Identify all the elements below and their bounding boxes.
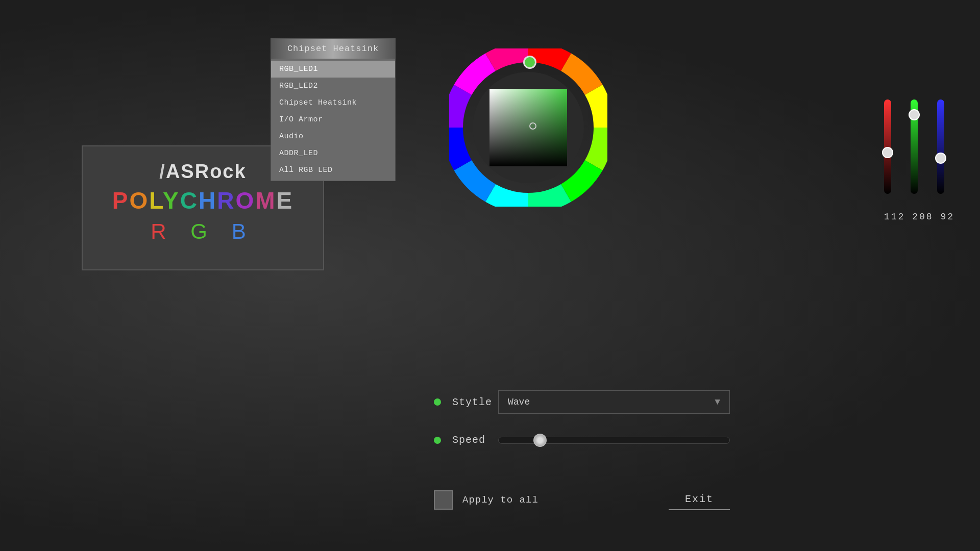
- style-label: Stytle: [452, 396, 498, 408]
- red-slider-handle[interactable]: [882, 147, 893, 158]
- blue-slider-track[interactable]: [937, 99, 944, 194]
- dropdown-item-io-armor[interactable]: I/O Armor: [271, 111, 395, 128]
- speed-label: Speed: [452, 434, 498, 446]
- speed-indicator-dot: [434, 437, 441, 444]
- blue-slider-col: [937, 99, 944, 202]
- color-square-picker[interactable]: [529, 122, 536, 130]
- dropdown-item-all-rgb-led[interactable]: All RGB LED: [271, 162, 395, 179]
- style-dropdown[interactable]: Wave ▼: [498, 390, 730, 414]
- dropdown-item-addr-led[interactable]: ADDR_LED: [271, 145, 395, 162]
- polychrome-text: POLYCHROME: [83, 187, 323, 214]
- green-slider-track[interactable]: [911, 99, 918, 194]
- rgb-value-display: 112 208 92: [884, 212, 954, 222]
- device-dropdown-panel[interactable]: Chipset Heatsink RGB_LED1 RGB_LED2 Chips…: [271, 38, 396, 181]
- green-slider-handle[interactable]: [909, 109, 920, 120]
- controls-section: Stytle Wave ▼ Speed: [434, 390, 730, 464]
- blue-slider-handle[interactable]: [935, 153, 946, 164]
- style-indicator-dot: [434, 398, 441, 406]
- dropdown-item-audio[interactable]: Audio: [271, 128, 395, 145]
- wheel-hue-picker[interactable]: [523, 56, 536, 69]
- dropdown-item-rgb-led1[interactable]: RGB_LED1: [271, 61, 395, 78]
- speed-slider-handle[interactable]: [533, 434, 547, 447]
- apply-all-section: Apply to all: [434, 490, 538, 510]
- rgb-letters: R G B: [83, 219, 323, 244]
- rgb-values: 112 208 92: [884, 212, 954, 222]
- color-square[interactable]: [489, 89, 567, 166]
- style-control-row: Stytle Wave ▼: [434, 390, 730, 414]
- apply-all-label: Apply to all: [462, 494, 538, 506]
- rgb-sliders: [884, 89, 944, 202]
- red-slider-col: [884, 99, 891, 202]
- dropdown-header: Chipset Heatsink: [271, 39, 395, 59]
- red-slider-track[interactable]: [884, 99, 891, 194]
- apply-all-checkbox[interactable]: [434, 490, 453, 510]
- style-value: Wave: [508, 397, 530, 407]
- green-slider-col: [911, 99, 918, 202]
- dropdown-item-chipset-heatsink[interactable]: Chipset Heatsink: [271, 94, 395, 111]
- speed-slider[interactable]: [498, 437, 730, 444]
- exit-button[interactable]: Exit: [669, 489, 730, 510]
- dropdown-items: RGB_LED1 RGB_LED2 Chipset Heatsink I/O A…: [271, 59, 395, 181]
- color-wheel[interactable]: [449, 48, 607, 207]
- dropdown-item-rgb-led2[interactable]: RGB_LED2: [271, 78, 395, 94]
- style-dropdown-arrow: ▼: [715, 397, 720, 407]
- color-section: [449, 48, 878, 207]
- speed-control-row: Speed: [434, 434, 730, 446]
- bottom-controls: Apply to all Exit: [434, 489, 730, 510]
